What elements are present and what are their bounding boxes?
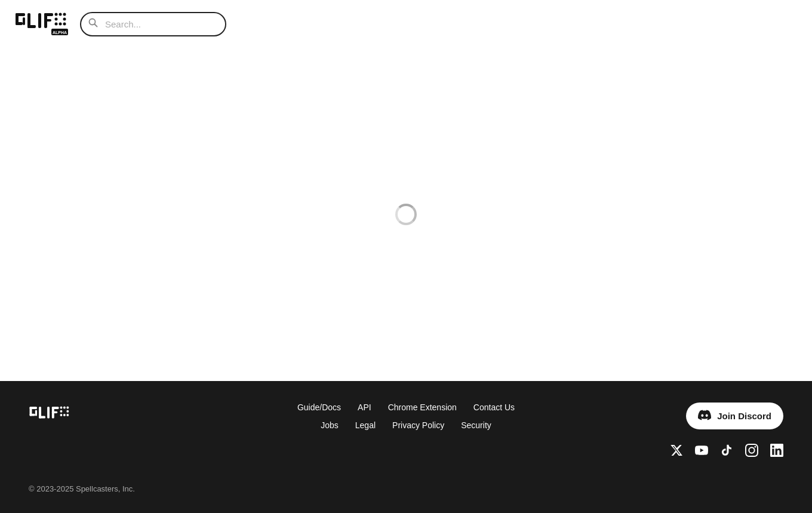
svg-rect-5 [27, 25, 36, 28]
search-bar[interactable] [80, 12, 226, 36]
site-header: ALPHA [0, 0, 812, 48]
loading-spinner [395, 204, 417, 225]
svg-rect-28 [47, 407, 50, 418]
svg-point-39 [66, 414, 69, 416]
footer-logo[interactable] [29, 403, 70, 428]
svg-rect-6 [38, 13, 41, 28]
svg-point-16 [59, 23, 62, 26]
footer-link-guide-docs[interactable]: Guide/Docs [297, 403, 341, 412]
footer-nav-row-1: Guide/Docs API Chrome Extension Contact … [297, 403, 515, 412]
svg-point-32 [60, 407, 63, 409]
footer-logo-svg [29, 403, 70, 428]
instagram-icon[interactable] [745, 444, 758, 457]
logo[interactable]: ALPHA [14, 8, 68, 39]
social-icons [670, 444, 783, 457]
svg-rect-25 [35, 410, 37, 416]
svg-rect-23 [30, 407, 37, 409]
twitter-x-icon[interactable] [670, 444, 683, 457]
footer-link-privacy-policy[interactable]: Privacy Policy [392, 420, 444, 430]
svg-point-13 [55, 18, 58, 21]
footer-right: Join Discord [670, 403, 783, 457]
join-discord-label: Join Discord [717, 411, 771, 421]
main-content [0, 48, 812, 381]
glif-logo-svg: ALPHA [14, 8, 68, 39]
svg-point-14 [63, 18, 66, 21]
footer-nav: Guide/Docs API Chrome Extension Contact … [297, 403, 515, 430]
search-input[interactable] [80, 12, 226, 36]
youtube-icon[interactable] [695, 444, 708, 457]
svg-point-34 [66, 407, 69, 409]
discord-icon [698, 408, 711, 423]
svg-rect-30 [52, 407, 59, 409]
join-discord-button[interactable]: Join Discord [686, 403, 783, 429]
svg-point-10 [55, 13, 58, 16]
svg-text:ALPHA: ALPHA [53, 30, 67, 35]
svg-rect-2 [16, 22, 23, 25]
footer-link-jobs[interactable]: Jobs [321, 420, 339, 430]
footer-bottom: © 2023-2025 Spellcasters, Inc. [29, 483, 783, 494]
svg-rect-27 [39, 416, 45, 419]
svg-point-36 [66, 410, 69, 413]
svg-rect-24 [30, 414, 35, 416]
svg-point-17 [63, 23, 66, 26]
svg-point-12 [63, 13, 66, 16]
svg-point-11 [59, 13, 62, 16]
svg-point-38 [63, 414, 66, 416]
svg-point-35 [60, 410, 63, 413]
footer-link-chrome-extension[interactable]: Chrome Extension [388, 403, 457, 412]
copyright-text: © 2023-2025 Spellcasters, Inc. [29, 484, 135, 493]
svg-point-37 [60, 414, 63, 416]
linkedin-icon[interactable] [770, 444, 783, 457]
footer-nav-row-2: Jobs Legal Privacy Policy Security [321, 420, 491, 430]
svg-rect-31 [52, 411, 57, 413]
footer-link-legal[interactable]: Legal [355, 420, 376, 430]
footer-link-contact-us[interactable]: Contact Us [473, 403, 515, 412]
svg-point-15 [55, 23, 58, 26]
footer-link-security[interactable]: Security [461, 420, 491, 430]
svg-rect-1 [16, 13, 25, 16]
footer-link-api[interactable]: API [358, 403, 371, 412]
tiktok-icon[interactable] [720, 444, 733, 457]
svg-rect-3 [23, 17, 25, 25]
svg-point-33 [63, 407, 66, 409]
svg-rect-8 [44, 13, 53, 16]
svg-rect-9 [44, 19, 51, 21]
site-footer: Guide/Docs API Chrome Extension Contact … [0, 381, 812, 513]
